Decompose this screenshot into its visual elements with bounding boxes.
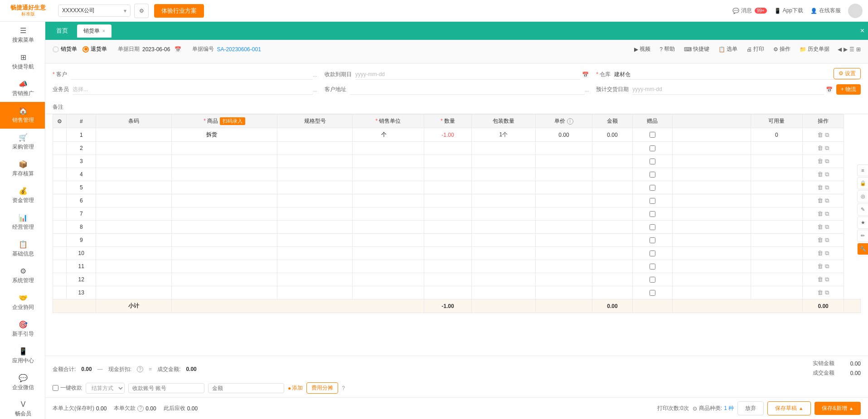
delete-row-button[interactable]: 🗑 bbox=[817, 276, 823, 283]
row-gift[interactable] bbox=[632, 221, 672, 234]
select-order-button[interactable]: 📋 选单 bbox=[716, 44, 740, 54]
operate-button[interactable]: ⚙ 操作 bbox=[771, 44, 793, 54]
row-unit-price[interactable]: 0.00 bbox=[535, 128, 592, 142]
row-amount[interactable] bbox=[592, 286, 632, 299]
radio-sales-order[interactable]: 销货单 bbox=[53, 45, 77, 53]
row-spec[interactable] bbox=[277, 247, 353, 260]
tab-close-icon[interactable]: × bbox=[102, 29, 105, 34]
row-unit[interactable] bbox=[353, 273, 424, 286]
payment-amount-input[interactable] bbox=[208, 383, 284, 393]
row-spec[interactable] bbox=[277, 194, 353, 207]
row-amount[interactable] bbox=[592, 273, 632, 286]
row-barcode[interactable] bbox=[96, 168, 171, 181]
row-spec[interactable] bbox=[277, 221, 353, 234]
row-gift[interactable] bbox=[632, 142, 672, 155]
row-gift[interactable] bbox=[632, 260, 672, 273]
row-gift[interactable] bbox=[632, 247, 672, 260]
copy-row-button[interactable]: ⧉ bbox=[825, 197, 829, 204]
right-tool-circle[interactable]: ◎ bbox=[857, 190, 868, 202]
next-record-button[interactable]: ▶ bbox=[844, 46, 848, 53]
list-view-button[interactable]: ☰ bbox=[849, 46, 854, 53]
sidebar-item-quick-nav[interactable]: ⊞ 快捷导航 bbox=[0, 48, 45, 75]
pay-method-select[interactable]: 结算方式 bbox=[86, 383, 125, 394]
row-unit[interactable] bbox=[353, 260, 424, 273]
sidebar-item-member[interactable]: V 畅会员 bbox=[0, 396, 45, 419]
customer-input[interactable] bbox=[71, 69, 313, 80]
arrears-info-icon[interactable]: ? bbox=[137, 405, 144, 412]
row-qty[interactable] bbox=[424, 168, 472, 181]
row-pkg-qty[interactable] bbox=[472, 234, 535, 247]
row-unit-price[interactable] bbox=[535, 155, 592, 168]
row-gift[interactable] bbox=[632, 273, 672, 286]
row-spec[interactable] bbox=[277, 142, 353, 155]
row-barcode[interactable] bbox=[96, 221, 171, 234]
sidebar-item-marketing[interactable]: 📣 营销推广 bbox=[0, 75, 45, 102]
sidebar-item-finance[interactable]: 💰 资金管理 bbox=[0, 182, 45, 209]
row-barcode[interactable] bbox=[96, 273, 171, 286]
row-product[interactable] bbox=[171, 286, 277, 299]
row-spec[interactable] bbox=[277, 128, 353, 142]
row-unit[interactable] bbox=[353, 221, 424, 234]
row-unit-price[interactable] bbox=[535, 286, 592, 299]
right-tool-lock[interactable]: 🔒 bbox=[857, 177, 868, 189]
sidebar-item-inventory[interactable]: 📦 库存核算 bbox=[0, 155, 45, 182]
right-tool-list[interactable]: ≡ bbox=[857, 164, 868, 176]
row-gift[interactable] bbox=[632, 194, 672, 207]
delete-row-button[interactable]: 🗑 bbox=[817, 210, 823, 217]
customer-addr-input[interactable] bbox=[350, 84, 585, 95]
row-qty[interactable] bbox=[424, 247, 472, 260]
row-pkg-qty[interactable] bbox=[472, 247, 535, 260]
row-unit-price[interactable] bbox=[535, 273, 592, 286]
row-product[interactable] bbox=[171, 194, 277, 207]
customer-expand-button[interactable]: ... bbox=[313, 72, 317, 77]
copy-row-button[interactable]: ⧉ bbox=[825, 171, 829, 178]
close-all-tabs-button[interactable]: × bbox=[860, 27, 864, 35]
row-gift[interactable] bbox=[632, 234, 672, 247]
row-product[interactable] bbox=[171, 181, 277, 194]
company-selector[interactable]: XXXXXX公司 ▾ bbox=[58, 5, 131, 17]
fee-split-button[interactable]: 费用分摊 bbox=[306, 382, 338, 394]
row-unit-price[interactable] bbox=[535, 142, 592, 155]
row-amount[interactable] bbox=[592, 260, 632, 273]
sidebar-item-app-center[interactable]: 📱 应用中心 bbox=[0, 342, 45, 369]
copy-row-button[interactable]: ⧉ bbox=[825, 131, 829, 138]
row-product[interactable] bbox=[171, 128, 277, 142]
row-qty[interactable] bbox=[424, 155, 472, 168]
payment-due-input[interactable] bbox=[355, 69, 581, 80]
row-unit-price[interactable] bbox=[535, 247, 592, 260]
row-pkg-qty[interactable] bbox=[472, 221, 535, 234]
row-unit[interactable] bbox=[353, 168, 424, 181]
row-unit-price[interactable] bbox=[535, 194, 592, 207]
row-spec[interactable] bbox=[277, 181, 353, 194]
row-product[interactable] bbox=[171, 260, 277, 273]
row-pkg-qty[interactable] bbox=[472, 181, 535, 194]
row-product[interactable] bbox=[171, 221, 277, 234]
row-amount[interactable] bbox=[592, 142, 632, 155]
row-pkg-qty[interactable] bbox=[472, 155, 535, 168]
row-qty[interactable] bbox=[424, 142, 472, 155]
sidebar-item-system[interactable]: ⚙ 系统管理 bbox=[0, 262, 45, 289]
row-amount[interactable] bbox=[592, 194, 632, 207]
tab-home[interactable]: 首页 bbox=[49, 23, 75, 39]
delete-row-button[interactable]: 🗑 bbox=[817, 197, 823, 204]
discount-info-icon[interactable]: ? bbox=[137, 366, 143, 372]
row-qty[interactable] bbox=[424, 181, 472, 194]
row-spec[interactable] bbox=[277, 168, 353, 181]
warehouse-input[interactable] bbox=[614, 69, 856, 80]
message-button[interactable]: 💬 消息 99+ bbox=[732, 7, 767, 14]
copy-row-button[interactable]: ⧉ bbox=[825, 276, 829, 283]
row-amount[interactable] bbox=[592, 181, 632, 194]
row-pkg-qty[interactable] bbox=[472, 142, 535, 155]
row-qty[interactable] bbox=[424, 221, 472, 234]
unit-price-info-icon[interactable]: i bbox=[567, 118, 573, 125]
row-amount[interactable] bbox=[592, 221, 632, 234]
sidebar-item-newbie[interactable]: 🎯 新手引导 bbox=[0, 316, 45, 342]
row-pkg-qty[interactable] bbox=[472, 286, 535, 299]
row-spec[interactable] bbox=[277, 155, 353, 168]
row-spec[interactable] bbox=[277, 273, 353, 286]
print-button[interactable]: 🖨 打印 bbox=[744, 44, 767, 54]
sidebar-item-enterprise[interactable]: 🤝 企业协同 bbox=[0, 289, 45, 316]
fee-help-icon[interactable]: ? bbox=[342, 385, 345, 391]
salesman-expand-button[interactable]: ... bbox=[313, 87, 317, 92]
delivery-calendar-icon[interactable]: 📅 bbox=[826, 87, 833, 93]
